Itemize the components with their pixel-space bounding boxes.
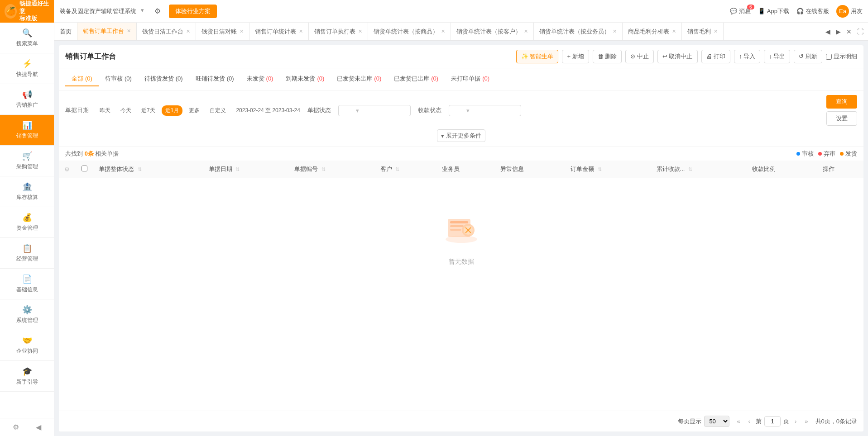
sub-tab-not-shipped[interactable]: 未发货(0) bbox=[240, 72, 280, 86]
sub-tab-pending-review[interactable]: 待审核(0) bbox=[99, 72, 138, 86]
sidebar-item-enterprise[interactable]: 🤝 企业协同 bbox=[0, 330, 54, 361]
tab-home[interactable]: 首页 bbox=[54, 23, 77, 41]
ship-action-btn[interactable]: 发货 bbox=[840, 150, 857, 158]
date-1month-btn[interactable]: 近1月 bbox=[162, 105, 183, 116]
tabs-next-btn[interactable]: ▶ bbox=[834, 27, 843, 36]
tab-close-sales-summary-customer[interactable]: ✕ bbox=[524, 28, 528, 34]
refresh-btn[interactable]: ↺ 刷新 bbox=[794, 50, 822, 63]
prev-page-btn[interactable]: ‹ bbox=[746, 417, 753, 426]
page-size-dropdown[interactable]: 50 100 200 bbox=[704, 416, 729, 427]
sidebar-item-marketing[interactable]: 📢 营销推广 bbox=[0, 84, 54, 115]
tab-sales-summary-product[interactable]: 销货单统计表（按商品）✕ bbox=[368, 23, 451, 41]
main-area: 装备及固定资产辅助管理系统 ▾ ⚙ 体验行业方案 💬 消息 6 📱 App下载 … bbox=[54, 0, 868, 436]
message-btn[interactable]: 💬 消息 6 bbox=[730, 7, 751, 15]
sidebar-item-quick-nav[interactable]: ⚡ 快捷导航 bbox=[0, 53, 54, 84]
topbar-settings-icon[interactable]: ⚙ bbox=[154, 7, 161, 15]
last-page-btn[interactable]: » bbox=[802, 417, 810, 426]
sidebar-collapse-icon[interactable]: ◀ bbox=[36, 423, 41, 431]
export-btn[interactable]: ↓ 导出 bbox=[764, 50, 790, 63]
select-all-checkbox[interactable] bbox=[82, 166, 87, 171]
next-page-btn[interactable]: › bbox=[792, 417, 799, 426]
sub-tab-pending-inspect[interactable]: 待拣货发货(0) bbox=[138, 72, 189, 86]
date-today-btn[interactable]: 今天 bbox=[117, 105, 135, 116]
experience-button[interactable]: 体验行业方案 bbox=[169, 5, 217, 18]
app-download-btn[interactable]: 📱 App下载 bbox=[758, 7, 789, 15]
cancel-stop-btn[interactable]: ↩ 取消中止 bbox=[657, 50, 698, 63]
system-title-dropdown[interactable]: ▾ bbox=[141, 7, 150, 16]
sidebar-item-system[interactable]: ⚙️ 系统管理 bbox=[0, 299, 54, 330]
sub-tab-overdue-not-shipped[interactable]: 到期未发货(0) bbox=[279, 72, 331, 86]
tab-sales-stats[interactable]: 销售订单统计表✕ bbox=[249, 23, 309, 41]
sub-tab-all[interactable]: 全部(0) bbox=[65, 72, 99, 86]
first-page-btn[interactable]: « bbox=[734, 417, 743, 426]
tab-close-sales-summary-staff[interactable]: ✕ bbox=[613, 28, 617, 34]
tab-sales-profit[interactable]: 销售毛利✕ bbox=[682, 23, 724, 41]
tabs-prev-btn[interactable]: ◀ bbox=[824, 27, 832, 36]
tab-close-sales-summary-product[interactable]: ✕ bbox=[441, 28, 445, 34]
sidebar-item-purchase[interactable]: 🛒 采购管理 bbox=[0, 146, 54, 176]
tab-cash-daily[interactable]: 钱货日清工作台✕ bbox=[137, 23, 196, 41]
filter-area: 单据日期 昨天 今天 近7天 近1月 更多 自定义 2023-02-24 至 2… bbox=[59, 90, 863, 147]
user-btn[interactable]: Ea 用友 bbox=[836, 5, 863, 18]
sidebar-item-inventory[interactable]: 🏦 库存核算 bbox=[0, 176, 54, 207]
date-more-btn[interactable]: 更多 bbox=[185, 105, 203, 116]
sidebar-item-operation[interactable]: 📋 经营管理 bbox=[0, 238, 54, 269]
import-btn[interactable]: ↑ 导入 bbox=[734, 50, 760, 63]
review-action-btn[interactable]: 审核 bbox=[796, 150, 814, 158]
filter-settings-btn[interactable]: 设置 bbox=[826, 111, 857, 126]
tabs-fullscreen-btn[interactable]: ⛶ bbox=[855, 27, 865, 36]
sidebar-item-finance[interactable]: 💰 资金管理 bbox=[0, 207, 54, 238]
page-total: 共0页，0条记录 bbox=[815, 417, 857, 426]
tab-label-home: 首页 bbox=[60, 28, 72, 36]
sidebar-label-sales: 销售管理 bbox=[16, 132, 38, 140]
date-custom-btn[interactable]: 自定义 bbox=[206, 105, 230, 116]
show-details-checkbox[interactable]: 显示明细 bbox=[826, 52, 857, 61]
work-area: 销售订单工作台 ✨ 智能生单 + 新增 🗑 删除 ⊘ 中止 ↩ 取消中止 🖨 打… bbox=[59, 45, 863, 431]
tab-close-sales-workbench[interactable]: ✕ bbox=[127, 28, 131, 34]
payment-select[interactable]: ▾ bbox=[449, 105, 521, 116]
tab-sales-summary-staff[interactable]: 销货单统计表（按业务员）✕ bbox=[534, 23, 623, 41]
tab-close-sales-exec[interactable]: ✕ bbox=[358, 28, 362, 34]
sub-tab-shipped-out[interactable]: 已发货已出库(0) bbox=[388, 72, 445, 86]
tabs-close-all-btn[interactable]: ✕ bbox=[844, 27, 854, 36]
sub-tab-wangpu-pending[interactable]: 旺铺待发货(0) bbox=[189, 72, 240, 86]
tab-sales-summary-customer[interactable]: 销货单统计表（按客户）✕ bbox=[451, 23, 534, 41]
sub-tab-not-printed[interactable]: 未打印单据(0) bbox=[445, 72, 496, 86]
status-select[interactable]: ▾ bbox=[338, 105, 411, 116]
delete-btn[interactable]: 🗑 删除 bbox=[593, 50, 622, 63]
sidebar-icon-finance: 💰 bbox=[22, 213, 32, 223]
empty-icon bbox=[439, 205, 484, 251]
cancel-action-btn[interactable]: 弃审 bbox=[818, 150, 835, 158]
sidebar-item-newbie[interactable]: 🎓 新手引导 bbox=[0, 361, 54, 392]
payment-select-arrow: ▾ bbox=[466, 107, 470, 114]
sidebar-item-sales[interactable]: 📊 销售管理 bbox=[0, 115, 54, 146]
sidebar-item-basic[interactable]: 📄 基础信息 bbox=[0, 269, 54, 299]
tab-close-sales-stats[interactable]: ✕ bbox=[299, 28, 303, 34]
sidebar-item-search[interactable]: 🔍 搜索菜单 bbox=[0, 23, 54, 53]
tab-sales-workbench[interactable]: 销售订单工作台✕ bbox=[77, 23, 137, 41]
date-7days-btn[interactable]: 近7天 bbox=[138, 105, 159, 116]
support-btn[interactable]: 🎧 在线客服 bbox=[796, 7, 829, 15]
tab-product-margin[interactable]: 商品毛利分析表✕ bbox=[623, 23, 682, 41]
status-filter-label: 单据状态 bbox=[307, 106, 331, 114]
ai-btn[interactable]: ✨ 智能生单 bbox=[516, 50, 559, 63]
tab-close-sales-profit[interactable]: ✕ bbox=[714, 28, 718, 34]
status-select-arrow: ▾ bbox=[356, 107, 359, 114]
page-number-input[interactable] bbox=[764, 416, 781, 427]
stop-btn[interactable]: ⊘ 中止 bbox=[625, 50, 654, 63]
tab-close-cash-reconcile[interactable]: ✕ bbox=[240, 28, 244, 34]
show-details-input[interactable] bbox=[826, 54, 832, 60]
sub-tab-label-not-shipped: 未发货 bbox=[247, 75, 264, 82]
tab-cash-reconcile[interactable]: 钱货日清对账✕ bbox=[196, 23, 249, 41]
sub-tab-shipped-not-out[interactable]: 已发货未出库(0) bbox=[331, 72, 388, 86]
tab-close-cash-daily[interactable]: ✕ bbox=[186, 28, 190, 34]
date-yesterday-btn[interactable]: 昨天 bbox=[96, 105, 114, 116]
tab-close-product-margin[interactable]: ✕ bbox=[672, 28, 676, 34]
sidebar-settings-icon[interactable]: ⚙ bbox=[13, 423, 19, 431]
query-btn[interactable]: 查询 bbox=[826, 95, 857, 109]
add-btn[interactable]: + 新增 bbox=[562, 50, 589, 63]
expand-conditions-btn[interactable]: ▾ 展开更多条件 bbox=[437, 129, 485, 142]
tab-sales-exec[interactable]: 销售订单执行表✕ bbox=[309, 23, 368, 41]
sidebar-icon-purchase: 🛒 bbox=[22, 151, 32, 161]
print-btn[interactable]: 🖨 打印 bbox=[701, 50, 731, 63]
